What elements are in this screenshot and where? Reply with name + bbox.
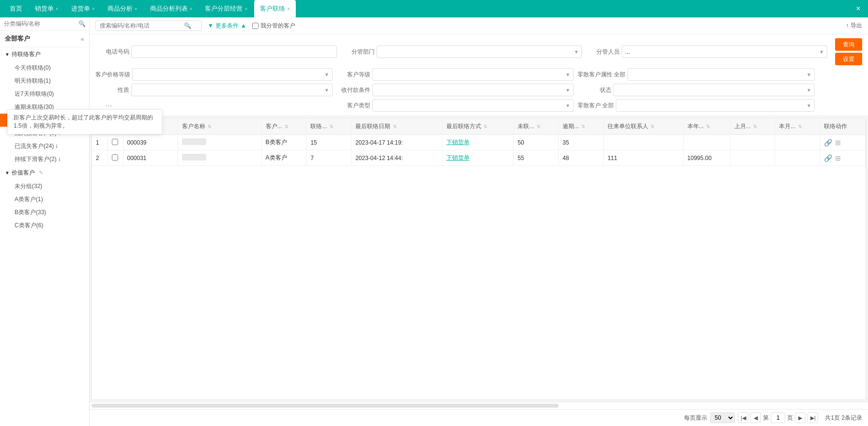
- sidebar-search-input[interactable]: [4, 20, 76, 27]
- customer-level-label: 客户等级: [336, 71, 370, 79]
- sidebar-item-tomorrow[interactable]: 明天待联络(1): [5, 74, 89, 88]
- row1-grid-icon[interactable]: ⊞: [835, 139, 841, 147]
- sidebar-group-pending[interactable]: ▼ 待联络客户: [0, 47, 89, 61]
- th-uncontacted[interactable]: 未联... ⇅: [514, 118, 559, 135]
- close-segment-tab[interactable]: ×: [244, 6, 247, 12]
- row2-overdue: 48: [559, 150, 604, 166]
- more-conditions-btn[interactable]: ▼ 更多条件 ▲: [208, 22, 246, 30]
- th-action[interactable]: 联络动作: [820, 118, 866, 135]
- th-last-month[interactable]: 上月... ⇅: [730, 118, 775, 135]
- th-last-date[interactable]: 最后联络日期 ⇅: [351, 118, 442, 135]
- main-search-input[interactable]: [100, 22, 182, 29]
- page-next-btn[interactable]: ▶: [795, 412, 806, 423]
- close-sales-tab[interactable]: ×: [56, 6, 59, 12]
- status-select[interactable]: ▼: [613, 84, 815, 96]
- row1-check[interactable]: [112, 139, 118, 145]
- sidebar-item-class-a[interactable]: A类客户(1): [5, 193, 89, 206]
- close-contact-tab[interactable]: ×: [287, 6, 290, 12]
- page-last-btn[interactable]: ▶|: [807, 412, 818, 423]
- row2-checkbox[interactable]: [107, 150, 123, 166]
- dept-select[interactable]: ▼: [377, 45, 582, 58]
- person-select[interactable]: ... ▼: [622, 45, 827, 58]
- customer-level-select[interactable]: ▼: [372, 68, 574, 81]
- th-this-year[interactable]: 本年... ⇅: [683, 118, 730, 135]
- sidebar-collapse-icon[interactable]: «: [81, 35, 84, 43]
- row2-name-blurred: [182, 154, 206, 161]
- row1-overdue: 35: [559, 135, 604, 150]
- table-row: 2 000031 A类客户 7 2023-04-12 14:44: 下销货单 5…: [92, 150, 866, 166]
- close-analysis-list-tab[interactable]: ×: [190, 6, 193, 12]
- page-number-input[interactable]: [771, 412, 785, 423]
- export-icon: ↑: [846, 22, 849, 29]
- page-prev-btn[interactable]: ◀: [750, 412, 761, 423]
- value-group-arrow: ▼: [5, 170, 10, 176]
- sidebar-item-ungrouped[interactable]: 未分组(32): [5, 180, 89, 193]
- phone-input[interactable]: [131, 45, 337, 58]
- type-sort-icon: ⇅: [285, 124, 289, 129]
- nav-tab-customer-contact[interactable]: 客户联络 ×: [254, 0, 296, 17]
- row2-type: A类客户: [261, 150, 306, 166]
- close-purchase-tab[interactable]: ×: [92, 6, 95, 12]
- nav-tab-purchase[interactable]: 进货单 ×: [65, 0, 101, 17]
- row2-link-icon[interactable]: 🔗: [824, 154, 832, 162]
- value-edit-icon[interactable]: ✎: [39, 170, 43, 176]
- method-sort-icon: ⇅: [484, 124, 487, 129]
- my-customers-check[interactable]: [252, 23, 259, 29]
- export-button[interactable]: ↑ 导出: [846, 22, 862, 30]
- nav-tab-sales[interactable]: 销货单 ×: [29, 0, 64, 17]
- status-label: 状态: [578, 86, 611, 94]
- sidebar-search-icon[interactable]: 🔍: [78, 20, 86, 27]
- row1-link-icon[interactable]: 🔗: [824, 139, 832, 147]
- settings-button[interactable]: 设置: [835, 53, 862, 65]
- table-row: 1 000039 B类客户 15 2023-04-17 14:19: 下销货单 …: [92, 135, 866, 150]
- table-area[interactable]: ⚙ 客户编码 ⇅ 客户名称 ⇅ 客户... ⇅ 联络... ⇅ 最后联络日期 ⇅…: [91, 118, 866, 400]
- row2-check[interactable]: [112, 154, 118, 161]
- row1-method-link[interactable]: 下销货单: [446, 139, 470, 146]
- row2-last-method[interactable]: 下销货单: [442, 150, 514, 166]
- table-footer: 每页显示 50 20 100 |◀ ◀ 第 页 ▶ ▶| 共1页 2条记录: [90, 409, 868, 426]
- h-scrollbar[interactable]: [91, 404, 559, 408]
- th-overdue[interactable]: 逾期... ⇅: [559, 118, 604, 135]
- close-analysis-tab[interactable]: ×: [135, 6, 137, 12]
- row1-last-method[interactable]: 下销货单: [442, 135, 514, 150]
- query-button[interactable]: 查询: [835, 38, 862, 51]
- sidebar-item-today[interactable]: 今天待联络(0): [5, 61, 89, 74]
- nature-select[interactable]: ▼: [131, 84, 333, 96]
- nav-tab-home[interactable]: 首页: [4, 0, 28, 17]
- sidebar-item-lost[interactable]: 已流失客户(24) ℹ: [5, 140, 89, 153]
- th-last-method[interactable]: 最后联络方式 ⇅: [442, 118, 514, 135]
- price-level-label: 客户价格等级: [95, 71, 130, 79]
- export-label: 导出: [851, 22, 862, 30]
- sidebar-item-class-c[interactable]: C类客户(6): [5, 219, 89, 232]
- th-contact-person[interactable]: 往来单位联系人 ⇅: [603, 118, 683, 135]
- th-name[interactable]: 客户名称 ⇅: [178, 118, 261, 135]
- customer-type-select[interactable]: ▼: [372, 99, 574, 112]
- filter-customer-level: 客户等级 ▼: [336, 68, 574, 81]
- row2-method-link[interactable]: 下销货单: [446, 154, 470, 161]
- sidebar-item-7days[interactable]: 近7天待联络(0): [5, 88, 89, 101]
- my-customers-checkbox[interactable]: 我分管的客户: [252, 22, 295, 30]
- retail-customer-select[interactable]: ▼: [616, 99, 815, 112]
- row1-checkbox[interactable]: [107, 135, 123, 150]
- payment-chevron: ▼: [565, 88, 570, 93]
- main-search-icon[interactable]: 🔍: [184, 22, 191, 29]
- th-customer-type[interactable]: 客户... ⇅: [261, 118, 306, 135]
- row2-grid-icon[interactable]: ⊞: [835, 154, 841, 162]
- nav-tab-analysis[interactable]: 商品分析 ×: [102, 0, 143, 17]
- window-close-button[interactable]: ×: [853, 3, 864, 15]
- price-level-select[interactable]: ▼: [132, 68, 333, 81]
- contact-sort-icon: ⇅: [330, 124, 334, 129]
- row2-last-date: 2023-04-12 14:44:: [351, 150, 442, 166]
- sidebar-item-declining[interactable]: 持续下滑客户(2) ℹ: [5, 153, 89, 166]
- nav-tab-analysis-list[interactable]: 商品分析列表 ×: [144, 0, 198, 17]
- sidebar-item-class-b[interactable]: B类客户(33): [5, 206, 89, 219]
- retail-attr-select[interactable]: ▼: [627, 68, 815, 81]
- th-this-month[interactable]: 本月... ⇅: [775, 118, 820, 135]
- nav-tab-customer-segment[interactable]: 客户分层经营 ×: [199, 0, 253, 17]
- page-first-btn[interactable]: |◀: [738, 412, 748, 423]
- filter-row-3: 性质 ▼ 收付款条件 ▼ 状态: [95, 84, 862, 96]
- payment-select[interactable]: ▼: [372, 84, 574, 96]
- th-contact-count[interactable]: 联络... ⇅: [306, 118, 351, 135]
- per-page-select[interactable]: 50 20 100: [710, 412, 735, 423]
- sidebar-group-value[interactable]: ▼ 价值客户 ✎: [0, 166, 89, 180]
